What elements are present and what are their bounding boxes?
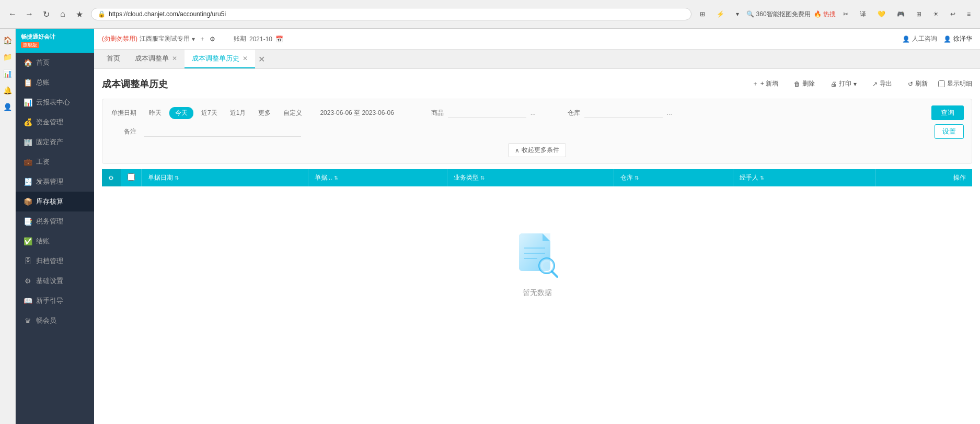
page-tabs: 首页 成本调整单 ✕ 成本调整单历史 ✕ ✕ [94,50,980,69]
reports-icon: 📊 [24,98,32,107]
ledger-icon: 📋 [24,78,32,87]
tab-home[interactable]: 首页 [99,50,128,68]
close-all-tabs-button[interactable]: ✕ [255,54,268,64]
undo-button[interactable]: ↩ [946,9,960,19]
sun-button[interactable]: ☀ [929,9,943,19]
icon-bar-bell[interactable]: 🔔 [2,84,14,97]
print-button[interactable]: 🖨 打印 ▾ [825,77,862,91]
top-header: (勿删勿禁用) 江西服宝测试专用 ▾ ＋ ⚙ 账期 2021-10 📅 👤 人工… [94,29,980,50]
refresh-button[interactable]: ↺ 刷新 [903,77,933,91]
sidebar-item-invoice[interactable]: 🧾 发票管理 [16,172,94,192]
user-info[interactable]: 👤 徐泽华 [943,34,972,43]
translate-button[interactable]: 译 [856,8,870,20]
sidebar-item-close[interactable]: ✅ 结账 [16,231,94,251]
tab-cost-adjust-history-close[interactable]: ✕ [243,55,248,62]
date-btn-more[interactable]: 更多 [253,107,275,119]
th-number-label: 单据... [315,173,332,182]
collapse-button[interactable]: ∧ 收起更多条件 [508,143,566,157]
date-btn-1month[interactable]: 近1月 [225,107,251,119]
th-biztype[interactable]: 业务类型 ⇅ [447,169,614,186]
game-button[interactable]: 🎮 [893,9,909,19]
th-warehouse-label: 仓库 [620,173,633,182]
th-number[interactable]: 单据... ⇅ [308,169,447,186]
sidebar-item-inventory[interactable]: 📦 库存核算 [16,192,94,211]
goods-more-btn[interactable]: ... [531,109,536,116]
address-bar[interactable]: 🔒 https://cloud.chanjet.com/accounting/u… [91,8,691,20]
content-area: 成本调整单历史 ＋ + 新增 🗑 删除 🖨 打印 ▾ [94,69,980,424]
dropdown-button[interactable]: ▾ [732,9,743,19]
export-button[interactable]: ↗ 导出 [867,77,897,91]
app-container: 🏠 📁 📊 🔔 👤 畅捷通好会计 旗舰版 🏠 首页 📋 总账 📊 云报表中心 💰… [0,29,980,424]
tab-cost-adjust[interactable]: 成本调整单 ✕ [128,50,185,68]
company-selector[interactable]: (勿删勿禁用) 江西服宝测试专用 ▾ ＋ ⚙ [102,34,215,43]
refresh-icon: ↺ [908,80,913,88]
table-header: ⚙ 单据日期 ⇅ 单据... [102,169,972,186]
add-company-icon[interactable]: ＋ [199,34,205,43]
service-button[interactable]: 👤 人工咨询 [902,34,937,43]
warehouse-more-btn[interactable]: ... [667,109,672,116]
scissors-button[interactable]: ✂ [839,9,852,19]
empty-state: 暂无数据 [102,186,972,339]
sidebar-item-assets[interactable]: 🏢 固定资产 [16,132,94,152]
icon-bar: 🏠 📁 📊 🔔 👤 [0,29,16,424]
tax-icon: 📑 [24,217,32,226]
goods-filter-input[interactable] [448,108,526,118]
th-handler[interactable]: 经手人 ⇅ [733,169,876,186]
date-btn-7days[interactable]: 近7天 [197,107,222,119]
forward-button[interactable]: → [22,7,37,21]
settings-icon: ⚙ [24,277,32,285]
extensions-button[interactable]: ⊞ [696,9,709,19]
home-button[interactable]: ⌂ [55,7,70,21]
url-text: https://cloud.chanjet.com/accounting/uru… [109,10,226,18]
sidebar-logo: 畅捷通好会计 旗舰版 [16,29,94,53]
tab-cost-adjust-history[interactable]: 成本调整单历史 ✕ [185,50,255,68]
wallet-button[interactable]: 💛 [873,9,890,19]
date-btn-custom[interactable]: 自定义 [279,107,307,119]
show-cols-checkbox[interactable]: 显示明细 [938,79,972,88]
th-warehouse[interactable]: 仓库 ⇅ [614,169,733,186]
tab-cost-adjust-close[interactable]: ✕ [172,55,177,62]
reload-button[interactable]: ↻ [39,7,53,21]
sidebar-item-salary[interactable]: 💼 工资 [16,152,94,172]
th-settings[interactable]: ⚙ [102,169,121,186]
lightning-button[interactable]: ⚡ [712,9,729,19]
tab-cost-adjust-label: 成本调整单 [135,54,169,63]
sidebar-item-archive[interactable]: 🗄 归档管理 [16,251,94,271]
date-btn-today[interactable]: 今天 [169,107,193,119]
remark-filter-input[interactable] [144,127,301,137]
icon-bar-folder[interactable]: 📁 [2,51,14,63]
sidebar-item-membership[interactable]: ♛ 畅会员 [16,311,94,331]
sidebar-item-funds[interactable]: 💰 资金管理 [16,112,94,132]
bookmark-button[interactable]: ★ [72,7,87,21]
menu-button[interactable]: ≡ [963,9,975,19]
warehouse-filter-input[interactable] [584,108,663,118]
hot-search[interactable]: 🔥 热搜 [814,10,836,19]
settings-icon[interactable]: ⚙ [210,36,215,43]
tab-home-label: 首页 [107,54,120,63]
company-dropdown-icon[interactable]: ▾ [192,36,195,43]
delete-button[interactable]: 🗑 删除 [789,77,820,91]
back-button[interactable]: ← [5,7,20,21]
funds-icon: 💰 [24,118,32,126]
icon-bar-home[interactable]: 🏠 [2,34,14,46]
sidebar-item-home[interactable]: 🏠 首页 [16,53,94,73]
date-btn-yesterday[interactable]: 昨天 [144,107,166,119]
search-tool[interactable]: 🔍 360智能抠图免费用 [746,10,810,19]
sidebar-item-guide[interactable]: 📖 新手引导 [16,291,94,311]
sidebar-item-settings[interactable]: ⚙ 基础设置 [16,271,94,291]
sidebar-item-reports[interactable]: 📊 云报表中心 [16,92,94,112]
settings-search-button[interactable]: 设置 [935,124,964,139]
icon-bar-user[interactable]: 👤 [2,101,14,113]
icon-bar-chart[interactable]: 📊 [2,67,14,80]
search-button[interactable]: 查询 [931,105,964,120]
show-cols-input[interactable] [938,80,945,87]
grid-button[interactable]: ⊞ [912,9,926,19]
th-date[interactable]: 单据日期 ⇅ [141,169,308,186]
new-button[interactable]: ＋ + 新增 [747,77,783,91]
sidebar-item-ledger[interactable]: 📋 总账 [16,73,94,92]
plus-icon: ＋ [752,79,758,88]
select-all-checkbox[interactable] [128,173,135,181]
sidebar-item-tax[interactable]: 📑 税务管理 [16,211,94,231]
calendar-icon[interactable]: 📅 [275,36,283,43]
remark-filter-label: 备注 [110,127,136,136]
